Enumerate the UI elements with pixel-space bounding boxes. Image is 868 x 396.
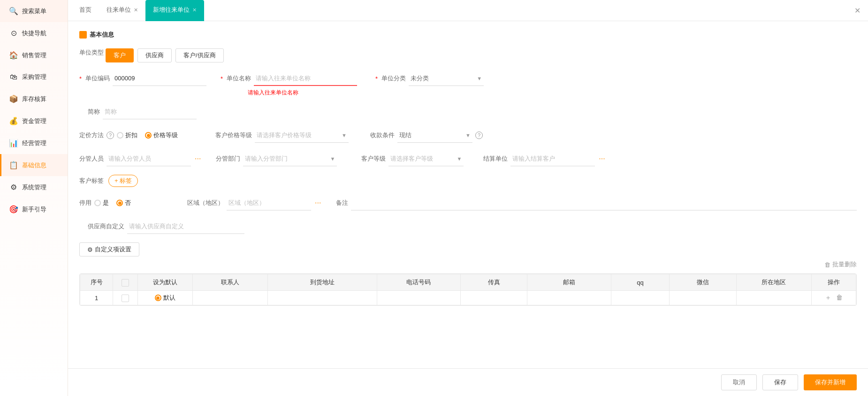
custom-settings-section: ⚙ 自定义项设置 — [79, 242, 857, 256]
sidebar-item-purchase[interactable]: 🛍 采购管理 — [0, 66, 68, 88]
unit-type-customer-btn[interactable]: 客户 — [106, 48, 134, 62]
sidebar-item-basic-info[interactable]: 📋 基础信息 — [0, 154, 68, 176]
unit-name-input[interactable] — [254, 71, 357, 86]
unit-name-group: * 单位名称 请输入往来单位名称 — [221, 71, 361, 96]
add-tag-btn[interactable]: + 标签 — [108, 175, 138, 187]
delete-row-btn[interactable]: 🗑 — [835, 294, 844, 301]
settlement-input[interactable] — [510, 151, 595, 166]
unit-type-both-btn[interactable]: 客户/供应商 — [175, 48, 224, 62]
cell-contact[interactable] — [192, 291, 267, 305]
short-name-input[interactable] — [103, 104, 197, 119]
save-button[interactable]: 保存 — [762, 374, 798, 390]
address-input[interactable] — [294, 295, 350, 302]
customer-level-select[interactable]: 请选择客户等级 ▼ — [388, 151, 464, 166]
tab-home[interactable]: 首页 — [72, 0, 99, 21]
department-select[interactable]: 请输入分管部门 ▼ — [243, 151, 337, 166]
region-table-input[interactable] — [755, 295, 792, 302]
unit-type-supplier-btn[interactable]: 供应商 — [137, 48, 172, 62]
sidebar-label-finance: 资金管理 — [22, 117, 46, 125]
sidebar-item-inventory[interactable]: 📦 库存核算 — [0, 88, 68, 110]
cell-email[interactable] — [527, 291, 611, 305]
settlement-more-btn[interactable]: ··· — [598, 155, 606, 163]
contact-input[interactable] — [211, 295, 249, 302]
cell-checkbox[interactable] — [113, 291, 137, 305]
disable-group: 停用 是 否 — [79, 199, 173, 207]
customer-price-label: 客户价格等级 — [215, 131, 252, 140]
manager-input[interactable] — [107, 151, 191, 166]
wechat-input[interactable] — [686, 295, 719, 302]
manager-more-btn[interactable]: ··· — [194, 155, 202, 163]
sidebar-label-basic-info: 基础信息 — [22, 161, 46, 170]
phone-input[interactable] — [397, 295, 440, 302]
payment-help-icon[interactable]: ? — [475, 132, 483, 139]
default-radio[interactable] — [155, 295, 161, 301]
cell-fax[interactable] — [461, 291, 527, 305]
pricing-help-icon[interactable]: ? — [107, 132, 114, 139]
add-row-btn[interactable]: ＋ — [823, 294, 833, 302]
manager-group: 分管人员 ··· — [79, 151, 202, 166]
cell-address[interactable] — [268, 291, 377, 305]
sidebar-item-system[interactable]: ⚙ 系统管理 — [0, 176, 68, 198]
default-radio-item[interactable]: 默认 — [140, 294, 190, 302]
quicknav-icon: ⊙ — [9, 29, 18, 38]
sidebar-item-quick-nav[interactable]: ⊙ 快捷导航 — [0, 22, 68, 44]
cell-region[interactable] — [736, 291, 811, 305]
region-label: 区域（地区） — [187, 199, 224, 207]
email-input[interactable] — [548, 295, 590, 302]
batch-delete-btn[interactable]: 🗑 批量删除 — [824, 260, 857, 269]
remark-group: 备注 — [336, 195, 857, 210]
settlement-label: 结算单位 — [483, 155, 508, 163]
custom-settings-btn[interactable]: ⚙ 自定义项设置 — [79, 242, 139, 256]
col-checkbox[interactable] — [113, 274, 137, 291]
tab-bar-global-close[interactable]: ✕ — [851, 6, 864, 15]
disable-no-radio[interactable] — [116, 200, 123, 206]
table-header-checkbox[interactable] — [122, 279, 129, 287]
sidebar-item-guide[interactable]: 🎯 新手引导 — [0, 198, 68, 220]
contact-table: 序号 设为默认 联系人 到货地址 电话号码 传真 邮箱 qq 微信 所在地区 操… — [80, 274, 856, 305]
table-row: 1 默认 — [80, 291, 856, 305]
cell-default[interactable]: 默认 — [137, 291, 192, 305]
customer-level-label: 客户等级 — [361, 155, 386, 163]
disable-yes-option[interactable]: 是 — [94, 199, 109, 207]
unit-category-group: * 单位分类 未分类 ▼ — [375, 71, 484, 86]
pricing-discount-radio[interactable] — [117, 132, 123, 139]
remark-input[interactable] — [351, 195, 857, 210]
sidebar-item-finance[interactable]: 💰 资金管理 — [0, 110, 68, 132]
sidebar: 🔍 搜索菜单 ⊙ 快捷导航 🏠 销售管理 🛍 采购管理 📦 库存核算 💰 资金管… — [0, 0, 68, 396]
tab-unit-list-close[interactable]: ✕ — [134, 7, 138, 13]
disable-yes-label: 是 — [103, 199, 109, 207]
pricing-level-radio[interactable] — [145, 132, 152, 139]
sidebar-item-operations[interactable]: 📊 经营管理 — [0, 132, 68, 154]
unit-code-input[interactable] — [113, 71, 206, 86]
cell-wechat[interactable] — [670, 291, 736, 305]
customer-price-select[interactable]: 请选择客户价格等级 ▼ — [255, 128, 349, 143]
supplier-custom-input[interactable] — [127, 219, 244, 234]
pricing-discount-option[interactable]: 折扣 — [117, 131, 137, 140]
payment-terms-select[interactable]: 现结 ▼ — [397, 128, 472, 143]
settings-gear-icon: ⚙ — [87, 246, 93, 253]
disable-no-option[interactable]: 否 — [116, 199, 131, 207]
unit-category-select[interactable]: 未分类 ▼ — [409, 71, 484, 86]
region-more-btn[interactable]: ··· — [314, 199, 322, 207]
sidebar-label-purchase: 采购管理 — [22, 73, 46, 81]
payment-terms-arrow: ▼ — [465, 132, 471, 138]
section-title-text: 基本信息 — [90, 31, 114, 39]
region-input[interactable] — [227, 195, 311, 210]
form-footer: 取消 保存 保存并新增 — [68, 368, 868, 396]
sidebar-item-sales[interactable]: 🏠 销售管理 — [0, 44, 68, 66]
cell-qq[interactable] — [611, 291, 669, 305]
unit-name-label: 单位名称 — [227, 74, 251, 83]
fax-input[interactable] — [478, 295, 510, 302]
row-checkbox[interactable] — [122, 295, 129, 302]
cancel-button[interactable]: 取消 — [721, 374, 757, 390]
tab-add-unit-close[interactable]: ✕ — [192, 7, 197, 13]
tab-unit-list[interactable]: 往来单位 ✕ — [99, 0, 145, 21]
sidebar-item-search[interactable]: 🔍 搜索菜单 — [0, 0, 68, 22]
pricing-level-option[interactable]: 价格等级 — [145, 131, 178, 140]
cell-phone[interactable] — [377, 291, 460, 305]
disable-yes-radio[interactable] — [94, 200, 101, 206]
tab-add-unit[interactable]: 新增往来单位 ✕ — [145, 0, 204, 21]
save-add-button[interactable]: 保存并新增 — [804, 374, 857, 390]
tab-home-label: 首页 — [79, 6, 91, 14]
qq-input[interactable] — [626, 295, 655, 302]
